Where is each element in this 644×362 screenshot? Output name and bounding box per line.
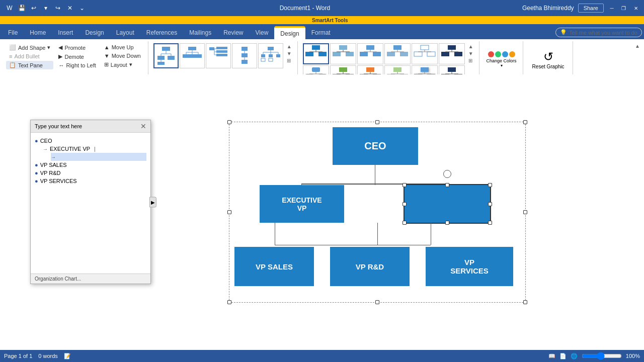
undo-button[interactable]: ↩ <box>28 3 39 14</box>
demote-button[interactable]: ▶ Demote <box>55 52 99 61</box>
svg-rect-67 <box>448 45 456 50</box>
handle-tl[interactable] <box>227 120 231 124</box>
tab-view[interactable]: View <box>250 26 275 39</box>
tab-references[interactable]: References <box>140 26 183 39</box>
layout-thumb-2[interactable] <box>180 43 205 68</box>
text-pane-expand-button[interactable]: ▶ <box>149 197 156 207</box>
style-thumb-4[interactable] <box>384 43 411 64</box>
change-colors-dropdown[interactable]: ▾ <box>501 63 503 68</box>
tab-review[interactable]: Review <box>217 26 249 39</box>
status-right: 📖 📄 🌐 100% <box>548 352 640 360</box>
new-handle-tc[interactable] <box>445 183 449 187</box>
text-pane-item-new[interactable]: → <box>51 153 146 161</box>
new-handle-br[interactable] <box>488 221 492 225</box>
style-thumb-6[interactable] <box>439 43 465 64</box>
styles-scroll-up[interactable]: ▲ <box>467 43 475 50</box>
word-icon: W <box>4 3 15 14</box>
styles-scroll-down[interactable]: ▼ <box>467 50 475 57</box>
layout-dropdown[interactable]: ▾ <box>129 61 132 68</box>
new-handle-ml[interactable] <box>403 202 407 206</box>
layout-button[interactable]: ⊞ Layout ▾ <box>101 60 144 69</box>
print-layout-icon[interactable]: 📄 <box>559 353 567 359</box>
add-shape-dropdown[interactable]: ▾ <box>47 44 50 51</box>
handle-tc[interactable] <box>375 120 379 124</box>
proofing-icon[interactable]: 📝 <box>64 353 71 359</box>
svg-rect-49 <box>346 52 354 56</box>
handle-mr[interactable] <box>523 210 527 214</box>
new-handle-tl[interactable] <box>403 183 407 187</box>
handle-bl[interactable] <box>227 300 231 304</box>
tab-design-smartart[interactable]: Design <box>274 26 305 39</box>
new-handle-bl[interactable] <box>403 221 407 225</box>
style-thumb-3[interactable] <box>357 43 383 64</box>
tab-mailings[interactable]: Mailings <box>183 26 217 39</box>
tab-file[interactable]: File <box>2 26 24 39</box>
zoom-slider[interactable] <box>582 352 622 360</box>
layout-thumb-5[interactable] <box>258 43 283 68</box>
smartart-node-ceo[interactable]: CEO <box>333 127 418 165</box>
change-colors-button[interactable]: Change Colors ▾ <box>485 49 519 70</box>
text-pane-button[interactable]: 📋 Text Pane <box>6 61 53 69</box>
style-thumb-5[interactable] <box>412 43 438 64</box>
gallery-scroll-down[interactable]: ▼ <box>285 50 293 57</box>
connector-vp-services-up <box>431 223 431 245</box>
undo-dropdown[interactable]: ▾ <box>40 3 51 14</box>
customize-quick-access[interactable]: ⌄ <box>76 3 88 14</box>
svg-rect-53 <box>360 52 368 56</box>
restore-button[interactable]: ❐ <box>620 4 628 12</box>
new-handle-tr[interactable] <box>488 183 492 187</box>
style-thumb-2[interactable] <box>330 43 356 64</box>
new-rotate-handle[interactable]: ↻ <box>443 170 451 178</box>
text-pane-item-ceo: ● CEO <box>35 137 146 145</box>
read-mode-icon[interactable]: 📖 <box>548 353 555 359</box>
gallery-scroll-up[interactable]: ▲ <box>285 43 293 50</box>
gallery-expand[interactable]: ⊞ <box>285 57 293 64</box>
close-edit-button[interactable]: ✕ <box>64 3 75 14</box>
smartart-node-vp-rd[interactable]: VP R&D <box>330 247 410 286</box>
add-bullet-button[interactable]: ≡ Add Bullet <box>6 52 53 60</box>
style-thumb-simple-fill[interactable] <box>303 43 329 64</box>
move-down-button[interactable]: ▼ Move Down <box>101 52 144 60</box>
svg-rect-41 <box>269 58 273 61</box>
reset-graphic-button[interactable]: ↺ Reset Graphic <box>528 48 569 71</box>
right-to-left-button[interactable]: ↔ Right to Left <box>55 61 99 69</box>
tab-format[interactable]: Format <box>305 26 337 39</box>
svg-rect-9 <box>188 47 196 50</box>
layout-thumb-3[interactable] <box>206 43 231 68</box>
svg-rect-40 <box>261 58 265 61</box>
svg-rect-87 <box>393 67 401 72</box>
connector-ceo-down <box>375 165 375 185</box>
promote-button[interactable]: ◀ Promote <box>55 43 99 52</box>
handle-tr[interactable] <box>523 120 527 124</box>
layout-thumb-1[interactable] <box>153 43 179 68</box>
tab-home[interactable]: Home <box>24 26 52 39</box>
redo-button[interactable]: ↪ <box>52 3 63 14</box>
share-button[interactable]: Share <box>578 4 604 13</box>
text-pane-close-button[interactable]: ✕ <box>140 122 146 130</box>
tab-layout[interactable]: Layout <box>110 26 140 39</box>
handle-br[interactable] <box>523 300 527 304</box>
styles-expand[interactable]: ⊞ <box>467 57 475 64</box>
smartart-node-vp-services[interactable]: VPSERVICES <box>426 247 513 286</box>
move-up-button[interactable]: ▲ Move Up <box>101 43 144 51</box>
handle-bc[interactable] <box>375 300 379 304</box>
new-handle-bc[interactable] <box>445 221 449 225</box>
handle-ml[interactable] <box>227 210 231 214</box>
tp-input-new[interactable] <box>58 154 146 160</box>
save-button[interactable]: 💾 <box>16 3 27 14</box>
color-yellow <box>509 51 515 57</box>
tab-insert[interactable]: Insert <box>52 26 79 39</box>
document-page[interactable]: Type your text here ✕ ● CEO → EXECUTIVE … <box>0 74 644 350</box>
smartart-node-exec-vp[interactable]: EXECUTIVEVP <box>260 185 344 223</box>
tab-design[interactable]: Design <box>79 26 110 39</box>
new-handle-mr[interactable] <box>488 202 492 206</box>
add-shape-button[interactable]: ⬜ Add Shape ▾ <box>6 43 53 52</box>
tell-me-input[interactable]: 💡 Tell me what you want to do <box>555 28 642 37</box>
smartart-node-new[interactable]: ↻ <box>405 185 490 223</box>
close-button[interactable]: ✕ <box>632 4 640 12</box>
web-view-icon[interactable]: 🌐 <box>571 353 578 359</box>
minimize-button[interactable]: ─ <box>608 4 616 12</box>
layout-thumb-4[interactable] <box>232 43 257 68</box>
smartart-node-vp-sales[interactable]: VP SALES <box>234 247 314 286</box>
smartart-diagram-area[interactable]: CEO EXECUTIVEVP <box>151 115 604 310</box>
